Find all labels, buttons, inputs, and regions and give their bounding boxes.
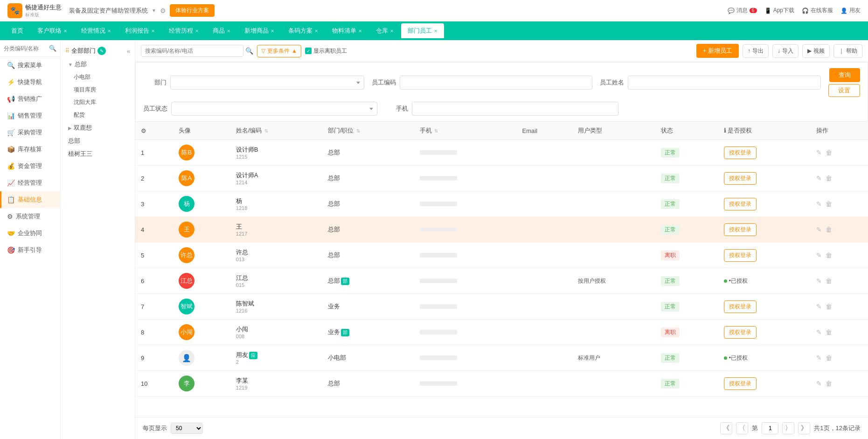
af-emp-name-input[interactable] bbox=[628, 76, 821, 90]
edit-icon[interactable]: ✎ bbox=[816, 380, 822, 387]
sidebar-item-inventory[interactable]: 📦 库存核算 bbox=[0, 141, 60, 158]
prev-page-button[interactable]: 〈 bbox=[736, 422, 748, 434]
delete-icon[interactable]: 🗑 bbox=[826, 328, 832, 336]
trial-button[interactable]: 体验行业方案 bbox=[170, 4, 215, 17]
close-icon[interactable]: ✕ bbox=[63, 28, 67, 34]
more-filter-btn[interactable]: ▽ 更多条件 ▲ bbox=[257, 45, 301, 57]
af-dept-select[interactable] bbox=[170, 76, 364, 90]
edit-icon[interactable]: ✎ bbox=[816, 174, 822, 182]
export-button[interactable]: ↑ 导出 bbox=[743, 44, 769, 58]
edit-icon[interactable]: ✎ bbox=[816, 328, 822, 336]
search-input[interactable] bbox=[141, 45, 243, 57]
delete-icon[interactable]: 🗑 bbox=[826, 251, 832, 259]
page-input[interactable] bbox=[762, 422, 778, 434]
view-button[interactable]: ▶ 视频 bbox=[802, 44, 830, 58]
delete-icon[interactable]: 🗑 bbox=[826, 174, 832, 182]
edit-icon[interactable]: ✎ bbox=[816, 277, 822, 285]
edit-icon[interactable]: ✎ bbox=[816, 251, 822, 259]
col-dept[interactable]: 部门/职位 ⇅ bbox=[322, 122, 414, 140]
af-phone-input[interactable] bbox=[412, 102, 619, 116]
sidebar-item-finance[interactable]: 💰 资金管理 bbox=[0, 158, 60, 174]
auth-button[interactable]: 授权登录 bbox=[724, 223, 757, 236]
settings-icon[interactable]: ⚙ bbox=[160, 7, 166, 14]
tab-add-goods[interactable]: 新增商品✕ bbox=[238, 23, 281, 38]
online-service-item[interactable]: 🎧 在线客服 bbox=[802, 7, 833, 14]
dept-node-head[interactable]: 总部 bbox=[61, 134, 135, 147]
tab-goods[interactable]: 商品✕ bbox=[206, 23, 237, 38]
delete-icon[interactable]: 🗑 bbox=[826, 200, 832, 208]
help-button[interactable]: ｜ 帮助 bbox=[833, 44, 862, 58]
edit-icon[interactable]: ✎ bbox=[816, 354, 822, 362]
delete-icon[interactable]: 🗑 bbox=[826, 277, 832, 285]
close-icon[interactable]: ✕ bbox=[314, 28, 318, 34]
next-page-button[interactable]: 〉 bbox=[782, 422, 794, 434]
close-icon[interactable]: ✕ bbox=[271, 28, 274, 34]
collapse-icon[interactable]: « bbox=[127, 48, 130, 55]
col-settings[interactable]: ⚙ bbox=[135, 122, 173, 140]
dept-node-small-electric[interactable]: 小电部 bbox=[61, 71, 135, 84]
sidebar-item-nav[interactable]: ⚡ 快捷导航 bbox=[0, 74, 60, 91]
add-employee-button[interactable]: + 新增员工 bbox=[696, 44, 739, 58]
close-icon[interactable]: ✕ bbox=[358, 28, 362, 34]
close-icon[interactable]: ✕ bbox=[390, 28, 394, 34]
delete-icon[interactable]: 🗑 bbox=[826, 303, 832, 310]
close-icon[interactable]: ✕ bbox=[195, 28, 199, 34]
dept-node-distribution[interactable]: 配货 bbox=[61, 109, 135, 121]
search-button[interactable]: 🔍 bbox=[245, 47, 253, 55]
tab-customer[interactable]: 客户联络✕ bbox=[31, 23, 74, 38]
delete-icon[interactable]: 🗑 bbox=[826, 380, 832, 387]
sidebar-item-sales[interactable]: 📊 销售管理 bbox=[0, 107, 60, 124]
show-resigned-toggle[interactable]: ✓ 显示离职员工 bbox=[305, 47, 347, 55]
query-button[interactable]: 查询 bbox=[829, 68, 860, 82]
edit-icon[interactable]: ✎ bbox=[816, 303, 822, 310]
tab-history[interactable]: 经营历程✕ bbox=[162, 23, 205, 38]
sidebar-item-system[interactable]: ⚙ 系统管理 bbox=[0, 208, 60, 225]
delete-icon[interactable]: 🗑 bbox=[826, 354, 832, 362]
auth-button[interactable]: 授权登录 bbox=[724, 198, 757, 210]
edit-icon[interactable]: ✎ bbox=[816, 149, 822, 156]
sidebar-item-guide[interactable]: 🎯 新手引导 bbox=[0, 242, 60, 258]
delete-icon[interactable]: 🗑 bbox=[826, 149, 832, 156]
sidebar-item-management[interactable]: 📈 经营管理 bbox=[0, 174, 60, 191]
page-size-select[interactable]: 50 20 100 bbox=[171, 423, 203, 434]
system-chevron-icon[interactable]: ▼ bbox=[152, 8, 156, 13]
sidebar-item-marketing[interactable]: 📢 营销推广 bbox=[0, 91, 60, 107]
sidebar-item-search[interactable]: 🔍 搜索菜单 bbox=[0, 57, 60, 74]
close-icon[interactable]: ✕ bbox=[151, 28, 155, 34]
auth-button[interactable]: 授权登录 bbox=[724, 172, 757, 185]
sidebar-search-input[interactable] bbox=[4, 45, 47, 52]
auth-button[interactable]: 授权登录 bbox=[724, 300, 757, 313]
sidebar-item-purchase[interactable]: 🛒 采购管理 bbox=[0, 124, 60, 141]
col-name[interactable]: 姓名/编码 ⇅ bbox=[230, 122, 322, 140]
import-button[interactable]: ↓ 导入 bbox=[772, 44, 799, 58]
sidebar-search-icon[interactable]: 🔍 bbox=[49, 45, 56, 52]
close-icon[interactable]: ✕ bbox=[434, 28, 437, 34]
tab-operation[interactable]: 经营情况✕ bbox=[75, 23, 118, 38]
tab-profit[interactable]: 利润报告✕ bbox=[118, 23, 161, 38]
message-item[interactable]: 💬 消息 6 bbox=[728, 7, 757, 14]
edit-icon[interactable]: ✎ bbox=[816, 226, 822, 233]
dept-node-shenyang[interactable]: 沈阳大库 bbox=[61, 96, 135, 109]
close-icon[interactable]: ✕ bbox=[107, 28, 111, 34]
dept-node-headquarters[interactable]: ▼ 总部 bbox=[61, 58, 135, 71]
auth-button[interactable]: 授权登录 bbox=[724, 249, 757, 262]
sidebar-item-basic[interactable]: 📋 基础信息 bbox=[0, 191, 60, 208]
sidebar-item-collab[interactable]: 🤝 企业协同 bbox=[0, 225, 60, 242]
app-download-item[interactable]: 📱 App下载 bbox=[764, 7, 794, 14]
delete-icon[interactable]: 🗑 bbox=[826, 226, 832, 233]
auth-button[interactable]: 授权登录 bbox=[724, 326, 757, 339]
tab-barcode[interactable]: 条码方案✕ bbox=[282, 23, 325, 38]
tab-home[interactable]: 首页 bbox=[5, 23, 30, 38]
first-page-button[interactable]: 《 bbox=[720, 422, 732, 434]
close-icon[interactable]: ✕ bbox=[227, 28, 230, 34]
dept-node-project-warehouse[interactable]: 项目库房 bbox=[61, 84, 135, 96]
auth-button[interactable]: 授权登录 bbox=[724, 377, 757, 390]
af-emp-status-select[interactable] bbox=[171, 102, 377, 116]
tab-employee[interactable]: 部门员工✕ bbox=[401, 23, 444, 38]
edit-icon[interactable]: ✎ bbox=[816, 200, 822, 208]
auth-button[interactable]: 授权登录 bbox=[724, 146, 757, 159]
col-phone[interactable]: 手机 ⇅ bbox=[414, 122, 517, 140]
dept-node-plant-king[interactable]: 植树王三 bbox=[61, 147, 135, 160]
edit-dept-badge[interactable]: ✎ bbox=[97, 47, 106, 55]
user-item[interactable]: 👤 用友 bbox=[840, 7, 861, 14]
